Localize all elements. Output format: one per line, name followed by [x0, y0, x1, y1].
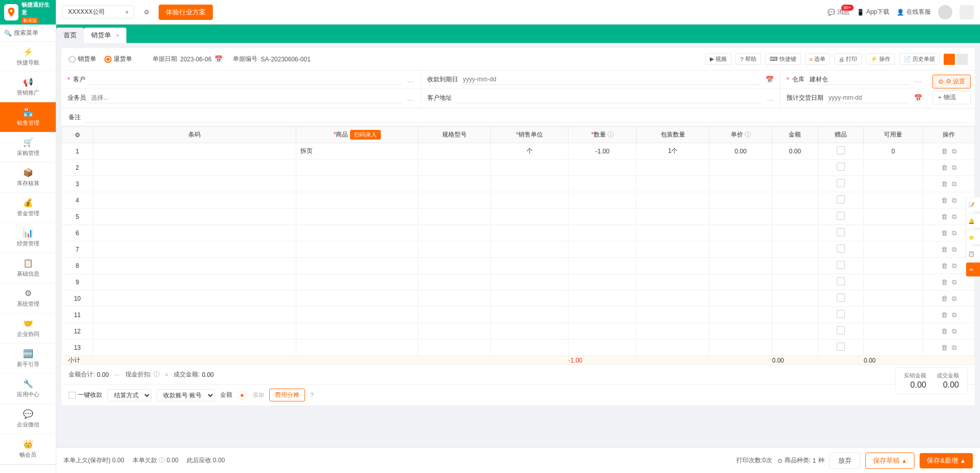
float-edit-btn[interactable]: ✏ — [966, 262, 980, 277]
salesperson-dots-btn[interactable]: … — [407, 94, 415, 102]
float-remind-btn[interactable]: 🔔 — [966, 213, 980, 228]
save-draft-button[interactable]: 保存草稿 ▲ — [865, 453, 915, 469]
row-unit-12[interactable] — [491, 323, 569, 340]
row-barcode-7[interactable] — [93, 241, 296, 258]
row-price-3[interactable] — [709, 176, 772, 192]
sidebar-item-wechat[interactable]: 💬 企业微信 — [0, 404, 56, 434]
row-price-11[interactable] — [709, 307, 772, 323]
sidebar-item-sales[interactable]: 🏪 销售管理 — [0, 102, 56, 132]
row-product-1[interactable]: 拆页 — [296, 143, 418, 160]
delete-icon-8[interactable]: 🗑 — [941, 262, 948, 269]
col-settings[interactable]: ⚙ — [62, 127, 93, 143]
row-unit-6[interactable] — [491, 225, 569, 241]
row-gift-3[interactable] — [818, 176, 863, 192]
row-qty-5[interactable] — [569, 209, 637, 225]
sidebar-item-vip[interactable]: 👑 畅会员 — [0, 434, 56, 464]
row-price-2[interactable] — [709, 160, 772, 176]
row-product-4[interactable] — [296, 192, 418, 209]
row-price-7[interactable] — [709, 241, 772, 258]
row-gift-1[interactable] — [818, 143, 863, 160]
row-gift-10[interactable] — [818, 290, 863, 307]
print-btn[interactable]: 🖨 打印 — [834, 53, 862, 65]
customer-dots-btn[interactable]: … — [407, 76, 415, 84]
row-amount-6[interactable] — [772, 225, 818, 241]
delete-icon-2[interactable]: 🗑 — [941, 164, 948, 171]
row-product-10[interactable] — [296, 290, 418, 307]
scan-barcode-btn[interactable]: 扫码录入 — [350, 130, 381, 140]
row-unit-4[interactable] — [491, 192, 569, 209]
customer-address-input[interactable] — [455, 93, 762, 103]
row-unit-7[interactable] — [491, 241, 569, 258]
row-barcode-5[interactable] — [93, 209, 296, 225]
row-unit-11[interactable] — [491, 307, 569, 323]
row-amount-4[interactable] — [772, 192, 818, 209]
row-product-13[interactable] — [296, 340, 418, 356]
sidebar-item-enterprise[interactable]: 🤝 企业协同 — [0, 313, 56, 344]
add-payment-btn[interactable]: ● — [237, 391, 247, 400]
trial-button[interactable]: 体验行业方案 — [159, 5, 213, 20]
sidebar-item-basics[interactable]: 📋 基础信息 — [0, 253, 56, 283]
row-pkg-qty-7[interactable] — [637, 241, 709, 258]
row-unit-1[interactable]: 个 — [491, 143, 569, 160]
copy-icon-4[interactable]: ⧉ — [952, 196, 956, 204]
row-barcode-13[interactable] — [93, 340, 296, 356]
app-download-btn[interactable]: 📱 App下载 — [857, 8, 889, 16]
row-gift-13[interactable] — [818, 340, 863, 356]
sidebar-item-guide[interactable]: 🆕 新手引导 — [0, 344, 56, 374]
row-product-3[interactable] — [296, 176, 418, 192]
sidebar-search[interactable]: 🔍 搜索菜单 — [0, 25, 56, 42]
row-unit-10[interactable] — [491, 290, 569, 307]
row-gift-2[interactable] — [818, 160, 863, 176]
row-gift-8[interactable] — [818, 258, 863, 274]
row-unit-9[interactable] — [491, 274, 569, 290]
row-product-11[interactable] — [296, 307, 418, 323]
row-spec-5[interactable] — [418, 209, 491, 225]
estimated-date-input[interactable] — [826, 93, 909, 103]
debit-info-icon[interactable]: ⓘ — [159, 457, 165, 464]
row-amount-9[interactable] — [772, 274, 818, 290]
copy-icon-2[interactable]: ⧉ — [952, 164, 956, 171]
row-pkg-qty-10[interactable] — [637, 290, 709, 307]
row-price-6[interactable] — [709, 225, 772, 241]
operation-btn[interactable]: ⚡ 操作 — [866, 53, 895, 65]
row-price-8[interactable] — [709, 258, 772, 274]
price-info-icon[interactable]: ⓘ — [745, 131, 751, 138]
delete-icon-13[interactable]: 🗑 — [941, 344, 948, 351]
row-spec-13[interactable] — [418, 340, 491, 356]
payment-method-select[interactable]: 结算方式 — [107, 389, 151, 401]
tab-sales-order[interactable]: 销货单 × — [84, 28, 126, 43]
row-amount-8[interactable] — [772, 258, 818, 274]
row-spec-1[interactable] — [418, 143, 491, 160]
row-unit-5[interactable] — [491, 209, 569, 225]
row-barcode-9[interactable] — [93, 274, 296, 290]
one-click-payment-checkbox[interactable]: 一键收款 — [69, 391, 102, 399]
row-product-8[interactable] — [296, 258, 418, 274]
delete-icon-11[interactable]: 🗑 — [941, 311, 948, 319]
remarks-input[interactable] — [85, 112, 968, 123]
sidebar-settings-btn[interactable]: ⚙ — [4, 469, 18, 473]
copy-icon-10[interactable]: ⧉ — [952, 295, 956, 302]
sidebar-item-finance[interactable]: 💰 资金管理 — [0, 193, 56, 223]
row-qty-2[interactable] — [569, 160, 637, 176]
row-amount-5[interactable] — [772, 209, 818, 225]
shortcut-btn[interactable]: ⌨ 快捷键 — [765, 53, 801, 65]
row-qty-13[interactable] — [569, 340, 637, 356]
estimated-date-calendar-icon[interactable]: 📅 — [914, 94, 922, 102]
row-unit-8[interactable] — [491, 258, 569, 274]
row-gift-4[interactable] — [818, 192, 863, 209]
delete-icon-1[interactable]: 🗑 — [941, 147, 948, 155]
row-qty-1[interactable]: -1.00 — [569, 143, 637, 160]
cash-discount-info-icon[interactable]: ⓘ — [154, 370, 160, 379]
row-price-13[interactable] — [709, 340, 772, 356]
copy-icon-6[interactable]: ⧉ — [952, 229, 956, 237]
row-pkg-qty-12[interactable] — [637, 323, 709, 340]
row-pkg-qty-4[interactable] — [637, 192, 709, 209]
copy-icon-9[interactable]: ⧉ — [952, 278, 956, 286]
radio-sales-order[interactable]: 销货单 — [69, 55, 96, 63]
row-amount-11[interactable] — [772, 307, 818, 323]
copy-icon-13[interactable]: ⧉ — [952, 344, 956, 351]
row-gift-7[interactable] — [818, 241, 863, 258]
row-pkg-qty-5[interactable] — [637, 209, 709, 225]
row-spec-6[interactable] — [418, 225, 491, 241]
row-qty-12[interactable] — [569, 323, 637, 340]
